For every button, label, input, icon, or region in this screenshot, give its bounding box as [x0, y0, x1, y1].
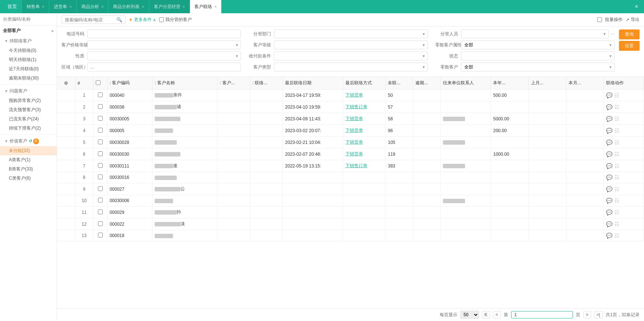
row-checkbox[interactable] — [98, 233, 103, 237]
adv-field-payment-select[interactable] — [274, 52, 427, 60]
action-grid-icon[interactable]: ☷ — [615, 186, 619, 192]
lastway-link[interactable]: 下销货单 — [345, 116, 363, 121]
action-chat-icon[interactable]: 💬 — [606, 104, 612, 110]
adv-field-retail-attr-select[interactable]: 全部 是 否 — [461, 40, 615, 49]
reset-button[interactable]: 设置 — [619, 41, 640, 51]
pagination-prev-btn[interactable]: < — [493, 311, 501, 318]
sidebar-group-problem[interactable]: ▼ 问题客户 — [0, 86, 57, 96]
per-page-select[interactable]: 50 20 100 — [460, 311, 479, 319]
table-cell-check[interactable] — [93, 195, 107, 207]
action-grid-icon[interactable]: ☷ — [615, 233, 619, 239]
row-checkbox[interactable] — [98, 174, 103, 179]
tab-product-analysis-close[interactable]: × — [101, 4, 103, 9]
pagination-first-btn[interactable]: K — [482, 311, 490, 318]
action-grid-icon[interactable]: ☷ — [615, 116, 619, 122]
row-checkbox[interactable] — [98, 221, 103, 226]
home-tab[interactable]: 首页 — [3, 0, 21, 13]
filter-more-conditions[interactable]: ▼ 更多条件 ∧ — [129, 17, 156, 23]
action-grid-icon[interactable]: ☷ — [615, 221, 619, 227]
table-cell-check[interactable] — [93, 172, 107, 183]
table-cell-check[interactable] — [93, 101, 107, 113]
sidebar-item-declining[interactable]: 持续下滑客户(2) — [0, 124, 57, 133]
action-chat-icon[interactable]: 💬 — [606, 128, 612, 134]
action-chat-icon[interactable]: 💬 — [606, 209, 612, 215]
action-chat-icon[interactable]: 💬 — [606, 140, 612, 145]
sidebar-item-type-c[interactable]: C类客户(6) — [0, 174, 57, 183]
adv-field-customer-level-select[interactable] — [274, 40, 427, 49]
sidebar-item-churned[interactable]: 已流失客户(24) — [0, 114, 57, 124]
filter-search-input[interactable] — [65, 17, 116, 22]
tab-customer-contact[interactable]: 客户联络 × — [190, 0, 221, 13]
action-chat-icon[interactable]: 💬 — [606, 186, 612, 192]
tab-customer-tier[interactable]: 客户分层经营 × — [149, 0, 189, 13]
action-chat-icon[interactable]: 💬 — [606, 151, 612, 157]
lastway-link[interactable]: 下销售订单 — [345, 163, 367, 168]
row-checkbox[interactable] — [98, 116, 103, 121]
row-checkbox[interactable] — [98, 186, 103, 191]
action-chat-icon[interactable]: 💬 — [606, 174, 612, 180]
row-checkbox[interactable] — [98, 209, 103, 214]
lastway-link[interactable]: 下销货单 — [345, 140, 363, 145]
adv-field-nature-select[interactable] — [87, 52, 241, 60]
row-checkbox[interactable] — [98, 92, 103, 97]
batch-ops-button[interactable]: 批量操作 — [597, 17, 623, 23]
table-cell-check[interactable] — [93, 230, 107, 241]
value-refresh-icon[interactable]: ↺ — [29, 139, 32, 144]
action-grid-icon[interactable]: ☷ — [615, 174, 619, 180]
action-grid-icon[interactable]: ☷ — [615, 209, 619, 215]
action-chat-icon[interactable]: 💬 — [606, 198, 612, 204]
pagination-current-page[interactable] — [511, 311, 573, 318]
sidebar-group-value[interactable]: ▼ 价值客户 ↺ R — [0, 136, 57, 146]
action-chat-icon[interactable]: 💬 — [606, 92, 612, 98]
table-cell-check[interactable] — [93, 183, 107, 195]
action-grid-icon[interactable]: ☷ — [615, 104, 619, 110]
table-cell-check[interactable] — [93, 218, 107, 230]
filter-search-icon[interactable]: 🔍 — [116, 17, 122, 22]
adv-field-dept-select[interactable] — [274, 29, 427, 38]
lastway-link[interactable]: 下销售订单 — [345, 104, 367, 109]
adv-field-manager-select[interactable] — [461, 29, 609, 38]
sidebar-item-today-pending[interactable]: 今天待联络(0) — [0, 46, 57, 55]
table-cell-check[interactable] — [93, 89, 107, 101]
lastway-link[interactable]: 下销货单 — [345, 151, 363, 156]
action-grid-icon[interactable]: ☷ — [615, 128, 619, 134]
sidebar-item-hoarding-anomaly[interactable]: 囤购异常客户(2) — [0, 96, 57, 105]
th-settings[interactable]: ⚙ — [57, 77, 75, 89]
adv-field-price-level-select[interactable] — [87, 40, 241, 49]
action-chat-icon[interactable]: 💬 — [606, 233, 612, 239]
lastway-link[interactable]: 下销货单 — [345, 92, 363, 98]
table-cell-check[interactable] — [93, 113, 107, 125]
tab-product-analysis-list-close[interactable]: × — [142, 4, 144, 9]
pagination-next-btn[interactable]: > — [583, 311, 591, 318]
action-grid-icon[interactable]: ☷ — [615, 151, 619, 157]
row-checkbox[interactable] — [98, 163, 103, 168]
sidebar-item-tomorrow-pending[interactable]: 明天待联络(1) — [0, 55, 57, 64]
row-checkbox[interactable] — [98, 104, 103, 109]
tab-purchase-order-close[interactable]: × — [69, 4, 71, 9]
adv-field-status-select[interactable] — [461, 52, 615, 60]
sidebar-item-churn-warning[interactable]: 流失预警客户(3) — [0, 105, 57, 114]
manager-more-icon[interactable]: ··· — [611, 31, 615, 36]
tab-customer-contact-close[interactable]: × — [214, 4, 217, 9]
action-chat-icon[interactable]: 💬 — [606, 116, 612, 122]
tab-product-analysis[interactable]: 商品分析 × — [77, 0, 108, 13]
sidebar-group-pending-contact[interactable]: ▼ 待联络客户 — [0, 36, 57, 46]
tab-sales-order[interactable]: 销售单 × — [22, 0, 49, 13]
action-grid-icon[interactable]: ☷ — [615, 140, 619, 145]
sidebar-item-overdue-pending[interactable]: 逾期未联络(30) — [0, 74, 57, 83]
query-button[interactable]: 查询 — [619, 29, 640, 39]
adv-field-phone-input[interactable] — [87, 29, 241, 38]
sidebar-item-7days-pending[interactable]: 近7天待联络(0) — [0, 64, 57, 74]
sidebar-item-type-a[interactable]: A类客户(1) — [0, 155, 57, 165]
adv-field-region-input[interactable] — [87, 63, 241, 71]
lastway-link[interactable]: 下销货单 — [345, 128, 363, 133]
table-cell-check[interactable] — [93, 125, 107, 137]
sidebar-item-ungroup[interactable]: 未分组(32) — [0, 146, 57, 155]
action-grid-icon[interactable]: ☷ — [615, 92, 619, 98]
sidebar-item-type-b[interactable]: B类客户(33) — [0, 165, 57, 174]
sidebar-collapse-icon[interactable]: « — [51, 28, 54, 33]
tab-purchase-order[interactable]: 进货单 × — [49, 0, 76, 13]
action-chat-icon[interactable]: 💬 — [606, 221, 612, 227]
sidebar-search-input[interactable] — [3, 17, 57, 22]
adv-field-retail-customer-select[interactable]: 全部 是 否 — [461, 63, 615, 71]
